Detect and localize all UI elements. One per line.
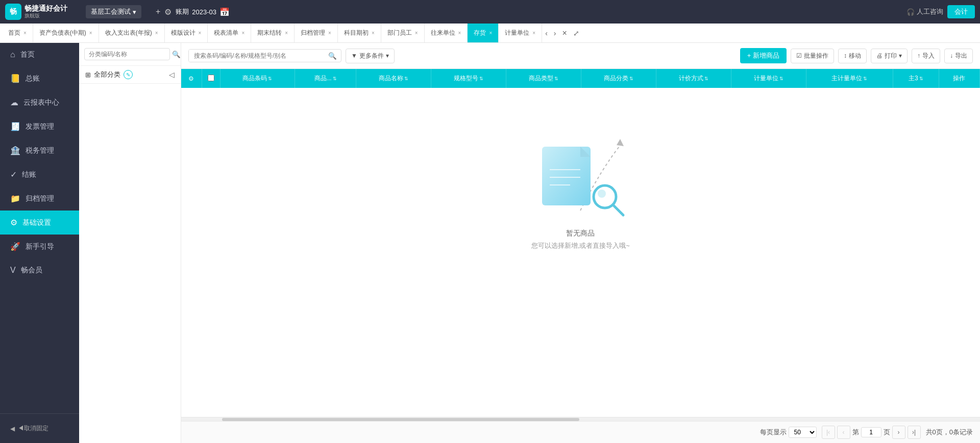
sidebar-label-tax: 税务管理: [26, 146, 54, 155]
sidebar-item-settings[interactable]: ⚙ 基础设置: [0, 211, 79, 235]
col-type-label: 商品类型: [529, 74, 553, 83]
more-filter-btn[interactable]: ▼ 更多条件 ▾: [346, 49, 395, 63]
tab-period-end-label: 期末结转: [257, 29, 282, 37]
page-first-btn[interactable]: |‹: [822, 426, 835, 439]
col-category[interactable]: 商品分类 ⇅: [581, 69, 656, 88]
move-label: 移动: [849, 52, 861, 60]
category-edit-btn[interactable]: ✎: [124, 70, 133, 79]
tab-archive-close[interactable]: ×: [328, 30, 331, 36]
account-btn[interactable]: 会计: [947, 5, 975, 18]
period-info: 账期 2023-03 📅: [176, 7, 230, 17]
logo-area: 畅 畅捷通好会计 旗舰版: [5, 4, 82, 20]
move-btn[interactable]: ↕ 移动: [838, 49, 867, 63]
vip-icon: V: [10, 266, 16, 275]
sidebar-item-archive[interactable]: 📁 归档管理: [0, 186, 79, 211]
dropdown-icon: ▾: [133, 8, 136, 16]
col-checkbox[interactable]: [202, 69, 220, 88]
tab-inventory[interactable]: 存货 ×: [468, 24, 499, 43]
tab-department[interactable]: 部门员工 ×: [381, 24, 425, 43]
tab-dept-close[interactable]: ×: [415, 30, 418, 36]
col-settings[interactable]: ⚙: [181, 69, 202, 88]
export-btn[interactable]: ↓ 导出: [944, 49, 973, 63]
tab-maximize-btn[interactable]: ⤢: [570, 29, 582, 37]
svg-marker-0: [617, 139, 624, 146]
page-prev-btn[interactable]: ‹: [837, 426, 850, 439]
col-barcode[interactable]: 商品条码 ⇅: [220, 69, 295, 88]
toolbar-search-btn[interactable]: 🔍: [324, 52, 341, 60]
col-spec[interactable]: 规格型号 ⇅: [431, 69, 506, 88]
category-search-btn[interactable]: 🔍: [172, 51, 181, 58]
sidebar-item-settlement[interactable]: ✓ 结账: [0, 162, 79, 186]
col-action: 操作: [939, 69, 979, 88]
tab-income[interactable]: 收入支出表(年报) ×: [99, 24, 165, 43]
sidebar-pin-btn[interactable]: ◀ ◀取消固定: [0, 420, 79, 437]
tab-prev-btn[interactable]: ‹: [542, 24, 551, 43]
import-btn[interactable]: ↑ 导入: [912, 49, 940, 63]
add-product-btn[interactable]: + 新增商品: [740, 48, 787, 63]
tab-contacts-label: 往来单位: [431, 29, 455, 37]
col-extra[interactable]: 主3 ⇅: [893, 69, 939, 88]
horizontal-scrollbar[interactable]: [181, 417, 980, 421]
col-price-method[interactable]: 计价方式 ⇅: [656, 69, 731, 88]
tab-home-close[interactable]: ×: [23, 30, 27, 36]
extra-sort-icon: ⇅: [919, 76, 923, 81]
tab-balance-sheet[interactable]: 资产负债表(中期) ×: [33, 24, 99, 43]
tab-subject[interactable]: 科目期初 ×: [338, 24, 381, 43]
tab-balance-sheet-label: 资产负债表(中期): [39, 29, 86, 37]
period-value: 2023-03: [192, 8, 216, 16]
sidebar-item-vip[interactable]: V 畅会员: [0, 259, 79, 282]
tab-inventory-close[interactable]: ×: [489, 30, 492, 36]
page-next-btn[interactable]: ›: [892, 426, 905, 439]
tab-next-btn[interactable]: ›: [551, 24, 559, 43]
empty-illustration: [529, 129, 631, 221]
tab-subject-close[interactable]: ×: [372, 30, 375, 36]
tab-contacts-close[interactable]: ×: [458, 30, 461, 36]
tab-unit[interactable]: 计量单位 ×: [499, 24, 542, 43]
add-tab-btn[interactable]: +: [156, 7, 160, 16]
toolbar: 🔍 ▼ 更多条件 ▾ + 新增商品 ☑ 批量操作 ↕ 移动: [181, 43, 980, 69]
sidebar-item-home[interactable]: ⌂ 首页: [0, 43, 79, 66]
page-last-btn[interactable]: ›|: [908, 426, 921, 439]
sidebar-item-invoice[interactable]: 🧾 发票管理: [0, 114, 79, 138]
tab-period-close[interactable]: ×: [285, 30, 288, 36]
col-name[interactable]: 商品名称 ⇅: [356, 69, 431, 88]
tab-unit-close[interactable]: ×: [532, 30, 535, 36]
tab-close-all-btn[interactable]: ×: [559, 29, 570, 38]
tab-tax-close[interactable]: ×: [241, 30, 244, 36]
sidebar-item-newbie[interactable]: 🚀 新手引导: [0, 235, 79, 259]
tab-contacts[interactable]: 往来单位 ×: [425, 24, 468, 43]
sidebar-label-home: 首页: [20, 50, 35, 59]
tab-template[interactable]: 模版设计 ×: [165, 24, 208, 43]
per-page-dropdown[interactable]: 10 20 50 100: [789, 427, 817, 438]
ledger-icon: 📒: [10, 74, 20, 83]
select-all-checkbox[interactable]: [208, 75, 214, 81]
right-panel: 🔍 ▼ 更多条件 ▾ + 新增商品 ☑ 批量操作 ↕ 移动: [181, 43, 980, 443]
col-code[interactable]: 商品... ⇅: [295, 69, 356, 88]
print-btn[interactable]: 🖨 打印 ▾: [871, 49, 908, 63]
sidebar-item-reports[interactable]: ☁ 云报表中心: [0, 90, 79, 114]
tab-template-close[interactable]: ×: [199, 30, 202, 36]
col-unit[interactable]: 计量单位 ⇅: [731, 69, 806, 88]
settings-btn[interactable]: ⚙: [164, 7, 172, 17]
company-selector[interactable]: 基层工会测试 ▾: [86, 5, 141, 18]
sidebar-item-tax[interactable]: 🏦 税务管理: [0, 138, 79, 162]
tab-home[interactable]: 首页 ×: [2, 24, 33, 43]
col-type[interactable]: 商品类型 ⇅: [506, 69, 581, 88]
reports-icon: ☁: [10, 98, 18, 107]
tab-income-close[interactable]: ×: [155, 30, 158, 36]
page-input[interactable]: [861, 427, 881, 437]
tab-tax-list[interactable]: 税表清单 ×: [208, 24, 251, 43]
calendar-icon[interactable]: 📅: [219, 7, 230, 17]
tab-archive[interactable]: 归档管理 ×: [295, 24, 338, 43]
toolbar-search-input[interactable]: [189, 50, 324, 62]
sidebar-item-ledger[interactable]: 📒 总账: [0, 66, 79, 90]
category-fold-btn[interactable]: ◁: [169, 71, 175, 79]
category-search-input[interactable]: [84, 48, 170, 60]
col-main-unit[interactable]: 主计量单位 ⇅: [806, 69, 893, 88]
customer-service[interactable]: 🎧 人工咨询: [906, 7, 943, 16]
scroll-thumb[interactable]: [222, 418, 579, 421]
tab-balance-close[interactable]: ×: [89, 30, 92, 36]
batch-action-btn[interactable]: ☑ 批量操作: [791, 49, 834, 63]
svg-point-8: [598, 190, 606, 198]
tab-period-end[interactable]: 期末结转 ×: [251, 24, 295, 43]
